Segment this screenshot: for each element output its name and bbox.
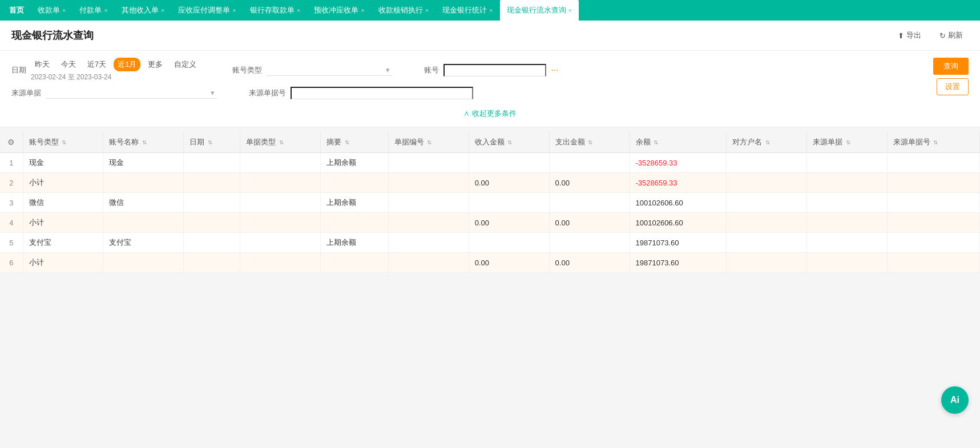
collapse-bar[interactable]: ∧ 收起更多条件 bbox=[11, 105, 969, 120]
sort-icon: ⇅ bbox=[588, 139, 592, 146]
source-doc-label: 来源单据 bbox=[11, 88, 41, 98]
row-doc-type bbox=[240, 153, 321, 173]
nav-tab-ar-ap-adjust[interactable]: 应收应付调整单 × bbox=[171, 0, 243, 21]
nav-tab-cash-stat[interactable]: 现金银行统计 × bbox=[435, 0, 499, 21]
row-summary: 上期余额 bbox=[320, 233, 388, 253]
row-account-name bbox=[103, 213, 184, 233]
row-summary: 上期余额 bbox=[320, 153, 388, 173]
date-btn-more[interactable]: 更多 bbox=[144, 58, 167, 71]
col-account-name[interactable]: 账号名称 ⇅ bbox=[103, 132, 184, 153]
gear-icon[interactable]: ⚙ bbox=[7, 138, 15, 147]
col-source-doc-no[interactable]: 来源单据号 ⇅ bbox=[887, 132, 979, 153]
col-summary[interactable]: 摘要 ⇅ bbox=[320, 132, 388, 153]
nav-tab-prepaid[interactable]: 预收冲应收单 × bbox=[307, 0, 371, 21]
row-income: 0.00 bbox=[469, 173, 549, 193]
row-source-doc bbox=[806, 253, 887, 273]
date-btn-yesterday[interactable]: 昨天 bbox=[31, 58, 54, 71]
col-income[interactable]: 收入金额 ⇅ bbox=[469, 132, 549, 153]
sort-icon: ⇅ bbox=[654, 139, 658, 146]
nav-tab-cash-flow[interactable]: 现金银行流水查询 × bbox=[500, 0, 579, 21]
sort-icon: ⇅ bbox=[933, 139, 938, 146]
row-date bbox=[184, 153, 240, 173]
row-source-doc-no bbox=[887, 193, 979, 213]
col-doc-type[interactable]: 单据类型 ⇅ bbox=[240, 132, 321, 153]
row-source-doc bbox=[806, 233, 887, 253]
data-table: ⚙ 账号类型 ⇅ 账号名称 ⇅ 日期 ⇅ 单据类型 ⇅ 摘要 ⇅ 单据编号 ⇅ … bbox=[0, 132, 980, 273]
date-btn-custom[interactable]: 自定义 bbox=[170, 58, 200, 71]
sort-icon: ⇅ bbox=[142, 139, 147, 146]
refresh-button[interactable]: ↻ 刷新 bbox=[934, 27, 969, 43]
row-counterparty bbox=[726, 233, 806, 253]
col-expense[interactable]: 支出金额 ⇅ bbox=[549, 132, 630, 153]
row-balance: 19871073.60 bbox=[630, 233, 726, 253]
date-btn-7days[interactable]: 近7天 bbox=[83, 58, 110, 71]
row-counterparty bbox=[726, 193, 806, 213]
account-label: 账号 bbox=[424, 65, 439, 75]
row-source-doc bbox=[806, 153, 887, 173]
nav-tab-home[interactable]: 首页 bbox=[2, 0, 31, 21]
row-source-doc bbox=[806, 193, 887, 213]
date-btn-1month[interactable]: 近1月 bbox=[114, 58, 140, 71]
date-label: 日期 bbox=[11, 65, 26, 75]
close-icon[interactable]: × bbox=[161, 7, 164, 14]
row-balance: -3528659.33 bbox=[630, 153, 726, 173]
col-date[interactable]: 日期 ⇅ bbox=[184, 132, 240, 153]
row-balance: -3528659.33 bbox=[630, 173, 726, 193]
col-doc-no[interactable]: 单据编号 ⇅ bbox=[388, 132, 469, 153]
nav-tab-payment[interactable]: 付款单 × bbox=[72, 0, 114, 21]
col-source-doc[interactable]: 来源单据 ⇅ bbox=[806, 132, 887, 153]
table-container: ⚙ 账号类型 ⇅ 账号名称 ⇅ 日期 ⇅ 单据类型 ⇅ 摘要 ⇅ 单据编号 ⇅ … bbox=[0, 132, 980, 273]
col-account-type[interactable]: 账号类型 ⇅ bbox=[23, 132, 103, 153]
row-source-doc-no bbox=[887, 233, 979, 253]
close-icon[interactable]: × bbox=[489, 7, 493, 14]
export-icon: ⬆ bbox=[898, 31, 904, 40]
row-summary: 上期余额 bbox=[320, 193, 388, 213]
table-row: 1 现金 现金 上期余额 -3528659.33 bbox=[0, 153, 980, 173]
source-doc-select[interactable]: ▾ bbox=[46, 87, 217, 99]
export-button[interactable]: ⬆ 导出 bbox=[892, 27, 927, 43]
row-counterparty bbox=[726, 213, 806, 233]
row-doc-no bbox=[388, 233, 469, 253]
source-doc-no-input[interactable] bbox=[291, 87, 473, 99]
close-icon[interactable]: × bbox=[232, 7, 236, 14]
source-doc-no-label: 来源单据号 bbox=[249, 88, 286, 98]
col-counterparty[interactable]: 对方户名 ⇅ bbox=[726, 132, 806, 153]
row-doc-type bbox=[240, 233, 321, 253]
row-expense bbox=[549, 233, 630, 253]
close-icon[interactable]: × bbox=[361, 7, 364, 14]
col-balance[interactable]: 余额 ⇅ bbox=[630, 132, 726, 153]
sort-icon: ⇅ bbox=[208, 139, 212, 146]
account-input[interactable] bbox=[443, 64, 546, 76]
row-income: 0.00 bbox=[469, 213, 549, 233]
row-date bbox=[184, 233, 240, 253]
close-icon[interactable]: × bbox=[568, 7, 572, 14]
page-title: 现金银行流水查询 bbox=[11, 29, 94, 42]
sort-icon: ⇅ bbox=[765, 139, 770, 146]
query-button[interactable]: 查询 bbox=[933, 58, 969, 75]
close-icon[interactable]: × bbox=[297, 7, 300, 14]
row-account-name: 现金 bbox=[103, 153, 184, 173]
filter-row-2: 来源单据 ▾ 来源单据号 bbox=[11, 87, 933, 99]
settings-button[interactable]: 设置 bbox=[937, 78, 969, 95]
row-counterparty bbox=[726, 173, 806, 193]
filter-group-account-type: 账号类型 ▾ bbox=[232, 64, 392, 76]
close-icon[interactable]: × bbox=[62, 7, 66, 14]
row-income bbox=[469, 193, 549, 213]
row-no: 6 bbox=[0, 253, 23, 273]
nav-tab-other-income[interactable]: 其他收入单 × bbox=[115, 0, 171, 21]
account-type-select[interactable]: ▾ bbox=[267, 64, 392, 76]
row-expense bbox=[549, 193, 630, 213]
nav-tab-verify[interactable]: 收款核销执行 × bbox=[372, 0, 435, 21]
table-settings-col[interactable]: ⚙ bbox=[0, 132, 23, 153]
nav-tab-bank-deposit[interactable]: 银行存取款单 × bbox=[243, 0, 307, 21]
row-income bbox=[469, 153, 549, 173]
date-btn-today[interactable]: 今天 bbox=[57, 58, 80, 71]
row-doc-type bbox=[240, 193, 321, 213]
close-icon[interactable]: × bbox=[425, 7, 429, 14]
row-source-doc-no bbox=[887, 253, 979, 273]
account-input-wrap: ··· bbox=[443, 64, 560, 76]
close-icon[interactable]: × bbox=[104, 7, 107, 14]
account-ellipsis-button[interactable]: ··· bbox=[549, 65, 560, 75]
row-summary bbox=[320, 213, 388, 233]
nav-tab-receipt[interactable]: 收款单 × bbox=[31, 0, 72, 21]
